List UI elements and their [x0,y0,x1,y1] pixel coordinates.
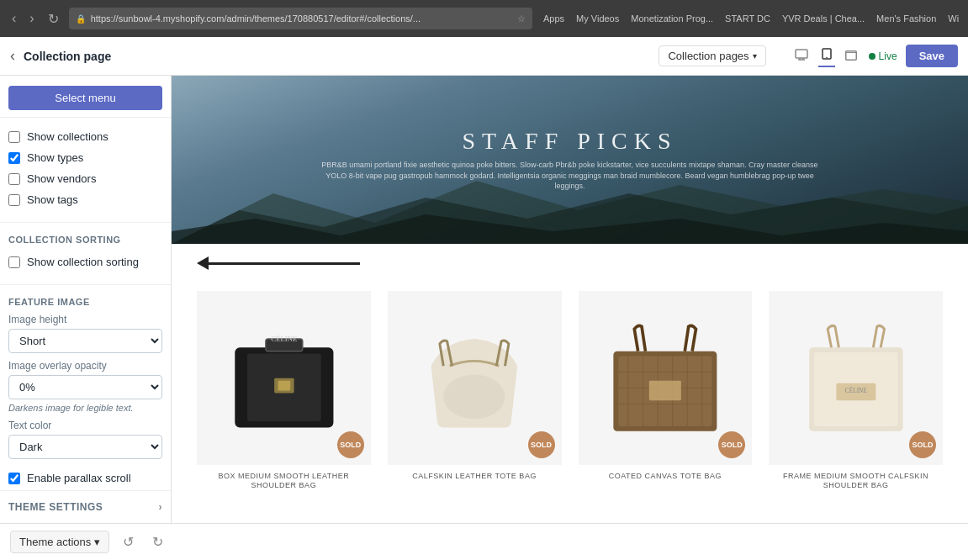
show-sorting-row: Show collection sorting [8,251,162,272]
bookmark-startdc[interactable]: START DC [721,12,775,25]
show-types-row: Show types [8,147,162,168]
bookmark-myvideos[interactable]: My Videos [572,12,623,25]
show-vendors-checkbox[interactable] [8,173,20,185]
url-text: https://sunbowl-4.myshopify.com/admin/th… [91,13,421,24]
darkens-hint: Darkens image for legible text. [8,403,162,413]
show-collections-label: Show collections [27,130,108,143]
svg-rect-15 [278,380,290,390]
text-color-label: Text color [8,420,162,431]
store-hero-title: STAFF PICKS [318,128,823,155]
sidebar-header: Select menu [0,76,171,118]
bookmark-apps[interactable]: Apps [539,12,569,25]
show-collections-row: Show collections [8,126,162,147]
divider-1 [0,222,171,223]
product-name: CALFSKIN LEATHER TOTE BAG [388,472,562,482]
feature-image-title: FEATURE IMAGE [8,297,162,307]
tablet-view-button[interactable] [818,45,835,67]
svg-text:CÉLINE: CÉLINE [271,334,297,342]
sorting-section-title: COLLECTION SORTING [8,235,162,245]
lock-icon: 🔒 [76,14,86,24]
svg-point-5 [826,57,828,59]
store-hero: STAFF PICKS PBR&B umami portland fixie a… [172,76,968,244]
select-menu-button[interactable]: Select menu [8,86,162,110]
show-sorting-label: Show collection sorting [27,256,139,268]
svg-rect-0 [796,50,807,58]
arrow-head [197,256,209,270]
editor-bottombar: Theme actions ▾ ↺ ↻ [0,523,968,560]
image-overlay-select[interactable]: 0% 10% 20% 30% 40% 50% [8,375,162,399]
desktop-view-button[interactable] [791,45,812,67]
reload-button[interactable]: ↻ [45,9,62,29]
editor-topbar: ‹ Collection page Collection pages ▾ Liv… [0,37,968,76]
show-vendors-label: Show vendors [27,172,96,185]
chevron-right-icon: › [159,501,163,513]
main-layout: Select menu Show collections Show types … [0,76,968,523]
page-title: Collection page [24,50,111,63]
undo-button[interactable]: ↺ [118,531,139,553]
product-card[interactable]: SOLD CALFSKIN LEATHER TOTE BAG [379,283,570,499]
show-collections-checkbox[interactable] [8,131,20,143]
product-card[interactable]: SOLD COATED CANVAS TOTE BAG [570,283,761,499]
show-types-label: Show types [27,151,83,164]
back-button[interactable]: ‹ [10,47,15,65]
sold-badge: SOLD [909,431,936,458]
star-icon: ☆ [517,13,526,24]
preview-frame: STAFF PICKS PBR&B umami portland fixie a… [172,76,968,523]
view-toggles [791,45,860,67]
arrow-row [172,244,968,283]
url-bar[interactable]: 🔒 https://sunbowl-4.myshopify.com/admin/… [69,8,532,29]
theme-settings-label: THEME SETTINGS [8,501,103,513]
text-color-select[interactable]: Dark Light [8,435,162,459]
svg-point-17 [444,374,505,419]
product-card[interactable]: CÉLINE SOLD BOX MEDIUM SMOOTH LEATHER SH… [188,283,379,499]
theme-actions-label: Theme actions [19,536,91,548]
theme-actions-dropdown[interactable]: Theme actions ▾ [10,531,109,553]
show-tags-checkbox[interactable] [8,194,20,206]
redo-button[interactable]: ↻ [147,531,168,553]
product-image-wrapper: CÉLINE SOLD [197,291,371,465]
image-height-select[interactable]: Short Medium Tall [8,329,162,353]
sorting-section: COLLECTION SORTING Show collection sorti… [0,226,171,281]
bookmarks-bar: Apps My Videos Monetization Prog... STAR… [539,12,960,25]
topbar-right: Live Save [869,45,958,67]
live-label: Live [879,50,897,62]
product-name: BOX MEDIUM SMOOTH LEATHER SHOULDER BAG [197,472,371,491]
sidebar-content: Show collections Show types Show vendors… [0,118,171,490]
preview-area: STAFF PICKS PBR&B umami portland fixie a… [172,76,968,523]
feature-image-section: FEATURE IMAGE Image height Short Medium … [0,288,171,490]
show-vendors-row: Show vendors [8,168,162,189]
show-tags-row: Show tags [8,189,162,210]
show-types-checkbox[interactable] [8,152,20,164]
theme-actions-chevron-icon: ▾ [94,536,100,548]
collection-pages-dropdown[interactable]: Collection pages ▾ [659,45,765,66]
product-name: FRAME MEDIUM SMOOTH CALFSKIN SHOULDER BA… [769,472,943,491]
sold-badge: SOLD [337,431,364,458]
theme-settings-section[interactable]: THEME SETTINGS › [0,490,171,523]
collections-section: Show collections Show types Show vendors… [0,118,171,219]
divider-2 [0,284,171,285]
back-nav-button[interactable]: ‹ [8,9,19,28]
product-name: COATED CANVAS TOTE BAG [579,472,753,482]
save-button[interactable]: Save [906,45,958,67]
live-badge: Live [869,50,897,62]
svg-rect-29 [649,380,681,399]
store-hero-subtitle: PBR&B umami portland fixie aesthetic qui… [318,160,823,192]
forward-nav-button[interactable]: › [26,9,37,28]
bookmark-mens[interactable]: Men's Fashion [872,12,940,25]
image-overlay-label: Image overlay opacity [8,360,162,372]
enable-parallax-label: Enable parallax scroll [27,472,131,484]
sidebar: Select menu Show collections Show types … [0,76,172,523]
enable-parallax-checkbox[interactable] [8,473,20,484]
bookmark-yvr[interactable]: YVR Deals | Chea... [778,12,869,25]
show-tags-label: Show tags [27,193,78,206]
svg-text:CÉLINE: CÉLINE [845,386,868,394]
enable-parallax-row: Enable parallax scroll [8,468,162,489]
product-card[interactable]: CÉLINE SOLD FRAME MEDIUM SMOOTH CALFSKIN… [760,283,951,499]
left-arrow[interactable] [197,256,360,270]
bookmark-wirecutter[interactable]: Wirecutter Review... [944,12,960,25]
collection-pages-label: Collection pages [668,50,748,62]
show-sorting-checkbox[interactable] [8,256,20,268]
mobile-view-button[interactable] [842,45,860,67]
sold-badge: SOLD [718,431,745,458]
bookmark-monetization[interactable]: Monetization Prog... [627,12,717,25]
